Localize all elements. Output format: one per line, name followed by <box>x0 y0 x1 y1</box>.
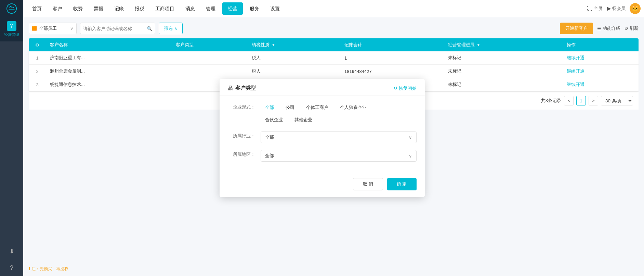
customer-type-modal: 品 客户类型 ↺ 恢复初始 企业形式： 全部 公司 个体工商户 个人独资企业 <box>220 79 425 197</box>
industry-select[interactable]: 全部 ∨ <box>261 131 417 143</box>
industry-content: 全部 ∨ <box>261 131 417 143</box>
modal-reset-button[interactable]: ↺ 恢复初始 <box>394 85 417 91</box>
enterprise-form-row: 企业形式： 全部 公司 个体工商户 个人独资企业 合伙企业 其他企业 <box>228 103 417 125</box>
region-arrow-icon: ∨ <box>409 153 412 159</box>
tag-sole[interactable]: 个人独资企业 <box>336 103 371 112</box>
region-value: 全部 <box>265 153 274 159</box>
tag-company[interactable]: 公司 <box>281 103 299 112</box>
enterprise-form-label: 企业形式： <box>228 103 255 110</box>
modal-title-icon: 品 <box>228 85 233 91</box>
industry-label: 所属行业： <box>228 131 255 139</box>
reset-label: 恢复初始 <box>399 85 417 91</box>
region-content: 全部 ∨ <box>261 150 417 162</box>
tag-partnership[interactable]: 合伙企业 <box>261 115 287 125</box>
cancel-button[interactable]: 取 消 <box>353 178 383 190</box>
enterprise-form-content: 全部 公司 个体工商户 个人独资企业 合伙企业 其他企业 <box>261 103 417 125</box>
modal-overlay: 品 客户类型 ↺ 恢复初始 企业形式： 全部 公司 个体工商户 个人独资企业 <box>0 0 644 276</box>
modal-title: 品 客户类型 <box>228 85 256 91</box>
tag-all[interactable]: 全部 <box>261 103 278 112</box>
region-select[interactable]: 全部 ∨ <box>261 150 417 162</box>
industry-row: 所属行业： 全部 ∨ <box>228 131 417 143</box>
modal-title-text: 客户类型 <box>235 85 256 91</box>
tag-other[interactable]: 其他企业 <box>290 115 317 125</box>
modal-body: 企业形式： 全部 公司 个体工商户 个人独资企业 合伙企业 其他企业 所属 <box>220 96 425 174</box>
industry-arrow-icon: ∨ <box>409 135 412 140</box>
industry-value: 全部 <box>265 134 274 140</box>
reset-icon: ↺ <box>394 86 397 91</box>
region-row: 所属地区： 全部 ∨ <box>228 150 417 162</box>
modal-footer: 取 消 确 定 <box>220 174 425 197</box>
confirm-button[interactable]: 确 定 <box>387 178 417 190</box>
enterprise-tag-group: 全部 公司 个体工商户 个人独资企业 <box>261 103 417 112</box>
region-label: 所属地区： <box>228 150 255 158</box>
enterprise-tag-group-2: 合伙企业 其他企业 <box>261 115 417 125</box>
modal-header: 品 客户类型 ↺ 恢复初始 <box>220 79 425 96</box>
tag-individual[interactable]: 个体工商户 <box>302 103 333 112</box>
